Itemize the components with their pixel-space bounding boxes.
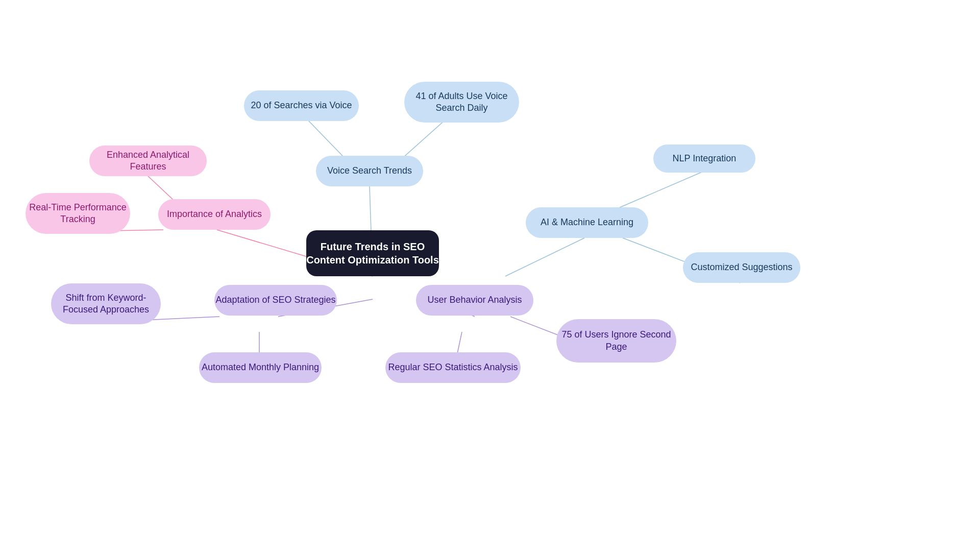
node-enhanced-analytical: Enhanced Analytical Features: [89, 146, 207, 176]
node-importance-analytics: Importance of Analytics: [158, 199, 271, 230]
node-nlp-integration: NLP Integration: [653, 145, 755, 173]
node-searches-via-voice: 20 of Searches via Voice: [244, 90, 359, 121]
node-realtime-performance: Real-Time Performance Tracking: [26, 193, 130, 234]
node-ai-machine-learning: AI & Machine Learning: [526, 207, 648, 238]
center-node: Future Trends in SEO Content Optimizatio…: [306, 230, 439, 276]
node-adaptation-seo: Adaptation of SEO Strategies: [214, 285, 337, 316]
svg-line-3: [505, 238, 584, 276]
node-75-users-ignore: 75 of Users Ignore Second Page: [556, 319, 676, 363]
node-automated-monthly: Automated Monthly Planning: [199, 352, 322, 383]
node-shift-keyword: Shift from Keyword-Focused Approaches: [51, 283, 161, 324]
node-user-behavior: User Behavior Analysis: [416, 285, 533, 316]
node-voice-search-trends: Voice Search Trends: [316, 156, 423, 186]
node-adults-voice-search: 41 of Adults Use Voice Search Daily: [404, 82, 519, 123]
node-customized-suggestions: Customized Suggestions: [683, 252, 800, 283]
node-regular-seo-stats: Regular SEO Statistics Analysis: [385, 352, 521, 383]
